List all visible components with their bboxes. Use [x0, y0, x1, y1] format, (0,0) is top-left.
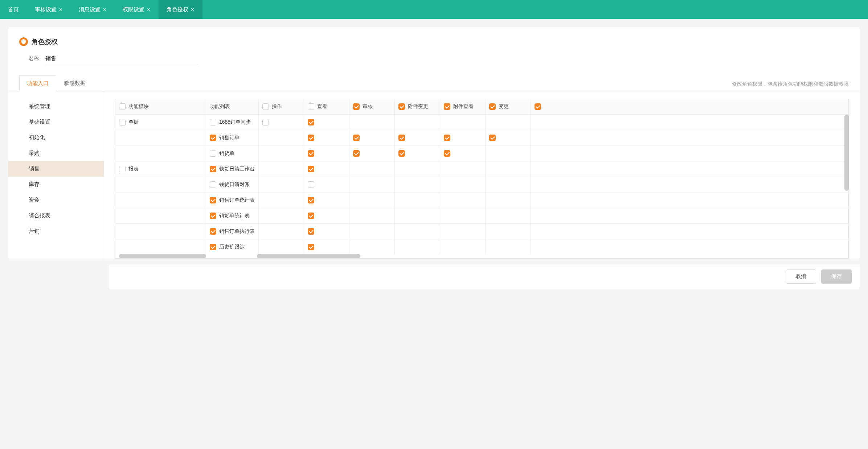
row-checkbox-module[interactable] [119, 166, 126, 172]
nav-tab[interactable]: 消息设置✕ [71, 0, 115, 19]
close-icon[interactable]: ✕ [191, 7, 195, 12]
nav-tab[interactable]: 角色授权✕ [159, 0, 202, 19]
column-header: 查看 [304, 99, 349, 114]
row-checkbox-attach-change[interactable] [398, 150, 405, 157]
main-area: 系统管理基础设置初始化采购销售库存资金综合报表营销 功能模块功能列表操作查看审核… [8, 91, 860, 259]
save-button[interactable]: 保存 [821, 269, 852, 284]
scroll-thumb[interactable] [844, 115, 849, 191]
top-nav: 首页审核设置✕消息设置✕权限设置✕角色授权✕ [0, 0, 868, 19]
cell-module: 单据 [115, 115, 206, 130]
cell-change [486, 130, 531, 145]
row-checkbox-list[interactable] [210, 181, 216, 188]
row-checkbox-attach-view[interactable] [444, 150, 450, 157]
row-checkbox-list[interactable] [210, 213, 216, 219]
scroll-thumb[interactable] [119, 254, 206, 258]
cell-attach-view [440, 115, 486, 130]
name-input[interactable] [45, 53, 198, 64]
row-checkbox-view[interactable] [308, 228, 314, 235]
column-header: 附件查看 [440, 99, 486, 114]
column-header: 功能列表 [206, 99, 259, 114]
row-checkbox-list[interactable] [210, 150, 216, 157]
cell-attach-change [395, 177, 440, 192]
name-row: 名称 [8, 53, 860, 75]
row-checkbox-view[interactable] [308, 150, 314, 157]
sidebar-item[interactable]: 系统管理 [8, 99, 104, 114]
row-checkbox-list[interactable] [210, 244, 216, 250]
header-checkbox-attach-change[interactable] [398, 103, 405, 110]
sidebar-item[interactable]: 采购 [8, 145, 104, 161]
header-label: 查看 [317, 103, 327, 110]
row-checkbox-attach-change[interactable] [398, 135, 405, 141]
cell-text: 销货单统计表 [219, 213, 250, 219]
scroll-thumb[interactable] [257, 254, 360, 258]
row-checkbox-list[interactable] [210, 135, 216, 141]
row-checkbox-module[interactable] [119, 119, 126, 125]
header-checkbox-operate[interactable] [262, 103, 269, 110]
header-label: 审核 [363, 103, 373, 110]
header-checkbox-more[interactable] [535, 103, 541, 110]
row-checkbox-audit[interactable] [353, 150, 360, 157]
row-checkbox-view[interactable] [308, 181, 314, 188]
header-checkbox-view[interactable] [308, 103, 314, 110]
sidebar-item[interactable]: 销售 [8, 161, 104, 177]
row-checkbox-list[interactable] [210, 119, 216, 125]
column-header: 审核 [349, 99, 395, 114]
cell-view [304, 208, 349, 223]
sidebar-item[interactable]: 资金 [8, 192, 104, 208]
sidebar-item[interactable]: 综合报表 [8, 208, 104, 223]
cell-text: 历史价跟踪 [219, 244, 245, 250]
row-checkbox-audit[interactable] [353, 135, 360, 141]
nav-tab[interactable]: 权限设置✕ [115, 0, 159, 19]
vertical-scrollbar[interactable] [844, 99, 849, 256]
cell-attach-change [395, 208, 440, 223]
header-checkbox-audit[interactable] [353, 103, 360, 110]
cell-change [486, 161, 531, 177]
row-checkbox-change[interactable] [489, 135, 496, 141]
cell-module [115, 177, 206, 192]
row-checkbox-list[interactable] [210, 228, 216, 235]
sidebar-item[interactable]: 基础设置 [8, 114, 104, 130]
header-label: 附件变更 [408, 103, 428, 110]
nav-tab[interactable]: 首页 [0, 0, 27, 19]
nav-tab[interactable]: 审核设置✕ [27, 0, 71, 19]
horizontal-scrollbar[interactable] [115, 254, 848, 258]
row-checkbox-list[interactable] [210, 166, 216, 172]
table-row: 销货单 [115, 146, 848, 161]
row-checkbox-view[interactable] [308, 135, 314, 141]
header-checkbox-attach-view[interactable] [444, 103, 450, 110]
column-header [531, 99, 542, 114]
cancel-button[interactable]: 取消 [786, 269, 816, 284]
row-checkbox-view[interactable] [308, 244, 314, 250]
subtab[interactable]: 功能入口 [19, 75, 56, 91]
sidebar-item[interactable]: 营销 [8, 223, 104, 239]
sidebar-item[interactable]: 库存 [8, 177, 104, 192]
row-checkbox-view[interactable] [308, 166, 314, 172]
row-checkbox-view[interactable] [308, 197, 314, 203]
header-label: 附件查看 [453, 103, 474, 110]
subtab[interactable]: 敏感数据 [56, 75, 93, 91]
header-label: 操作 [272, 103, 282, 110]
sidebar-item[interactable]: 初始化 [8, 130, 104, 145]
cell-text: 钱货日清对账 [219, 181, 250, 188]
column-header: 变更 [486, 99, 531, 114]
cell-attach-view [440, 193, 486, 208]
footer-bar: 取消 保存 [108, 264, 860, 289]
header-checkbox-change[interactable] [489, 103, 496, 110]
cell-text: 销售订单 [219, 135, 239, 141]
row-checkbox-operate[interactable] [262, 119, 269, 125]
cell-attach-change [395, 115, 440, 130]
header-checkbox-module[interactable] [119, 103, 126, 110]
close-icon[interactable]: ✕ [59, 7, 63, 12]
row-checkbox-view[interactable] [308, 213, 314, 219]
cell-operate [259, 115, 304, 130]
row-checkbox-attach-view[interactable] [444, 135, 450, 141]
row-checkbox-list[interactable] [210, 197, 216, 203]
row-checkbox-view[interactable] [308, 119, 314, 125]
close-icon[interactable]: ✕ [103, 7, 107, 12]
table-row: 销售订单统计表 [115, 193, 848, 208]
cell-list: 销货单统计表 [206, 208, 259, 223]
cell-text: 销售订单执行表 [219, 228, 255, 235]
close-icon[interactable]: ✕ [147, 7, 151, 12]
cell-attach-view [440, 177, 486, 192]
table-row: 报表钱货日清工作台 [115, 161, 848, 177]
